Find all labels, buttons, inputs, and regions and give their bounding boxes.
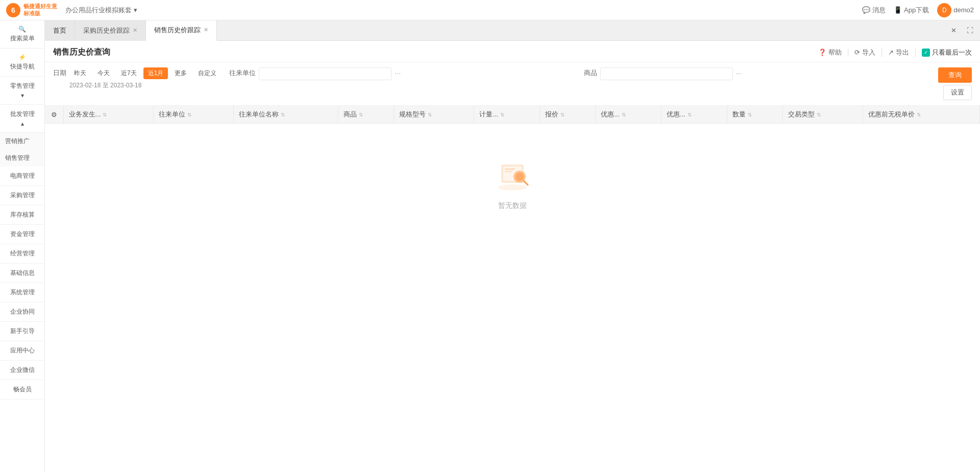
table-col-pre-tax[interactable]: 优惠前无税单价 ⇅ <box>863 106 979 124</box>
page-title: 销售历史价查询 <box>53 47 110 58</box>
logo-icon: 6 <box>6 3 20 17</box>
tab-purchase-history[interactable]: 采购历史价跟踪 ✕ <box>75 20 146 41</box>
filter-settings-button[interactable]: 设置 <box>943 85 972 100</box>
sidebar-item-purchase[interactable]: 采购管理 <box>0 186 44 205</box>
maximize-button[interactable]: ⛶ <box>964 25 976 37</box>
table-col-quote[interactable]: 报价 ⇅ <box>540 106 596 124</box>
import-button[interactable]: ⟳ 导入 <box>854 48 875 57</box>
sort-icon: ⇅ <box>281 112 285 117</box>
table-col-partner-name[interactable]: 往来单位名称 ⇅ <box>234 106 338 124</box>
phone-icon: 📱 <box>894 6 902 14</box>
sidebar-item-ecommerce[interactable]: 电商管理 <box>0 167 44 186</box>
table-col-qty[interactable]: 数量 ⇅ <box>727 106 783 124</box>
table-col-unit[interactable]: 计量... ⇅ <box>474 106 540 124</box>
sidebar-item-search-menu[interactable]: 🔍 搜索菜单 <box>0 20 44 49</box>
table-col-goods[interactable]: 商品 ⇅ <box>338 106 394 124</box>
table-col-spec[interactable]: 规格型号 ⇅ <box>394 106 474 124</box>
tab-close-sales[interactable]: ✕ <box>204 27 208 33</box>
query-button[interactable]: 查询 <box>938 67 972 83</box>
page-actions: ❓ 帮助 ⟳ 导入 ↗ 导出 ✓ <box>818 48 972 57</box>
partner-dots-button[interactable]: ... <box>395 67 401 76</box>
search-icon: 🔍 <box>18 26 26 33</box>
header-right: 💬 消息 📱 App下载 D demo2 <box>862 3 974 17</box>
filter-action-group: 查询 设置 <box>938 67 972 100</box>
tab-bar: 首页 采购历史价跟踪 ✕ 销售历史价跟踪 ✕ ✕ ⛶ <box>45 20 980 41</box>
sidebar-item-newuser[interactable]: 新手引导 <box>0 322 44 341</box>
sort-icon: ⇅ <box>103 112 107 117</box>
empty-illustration <box>492 154 533 195</box>
table-col-settings[interactable]: ⚙ <box>45 106 63 124</box>
sidebar-item-sales[interactable]: 销售管理 <box>0 150 44 167</box>
date-btn-yesterday[interactable]: 昨天 <box>69 67 91 79</box>
sidebar-item-marketing[interactable]: 营销推广 <box>0 133 44 150</box>
sidebar-item-retail[interactable]: 零售管理 ▾ <box>0 77 44 105</box>
logo-area: 6 畅捷通好生意 标准版 <box>6 3 57 17</box>
sidebar-item-finance[interactable]: 资金管理 <box>0 225 44 244</box>
sidebar-item-apps[interactable]: 应用中心 <box>0 341 44 361</box>
sidebar-item-vip[interactable]: 畅会员 <box>0 380 44 399</box>
filter-bar: 日期 昨天 今天 近7天 近1月 更多 自定义 2023-02-18 至 202… <box>45 62 980 106</box>
sort-icon: ⇅ <box>187 112 191 117</box>
message-button[interactable]: 💬 消息 <box>862 6 886 15</box>
tab-home[interactable]: 首页 <box>45 20 75 41</box>
sort-icon: ⇅ <box>748 112 752 117</box>
sort-icon: ⇅ <box>560 112 565 117</box>
partner-input[interactable] <box>259 67 391 80</box>
only-last-checkbox[interactable]: ✓ 只看最后一次 <box>922 48 972 57</box>
data-table: ⚙ 业务发生... ⇅ 往来单位 <box>45 106 980 124</box>
sidebar-item-enterprise[interactable]: 企业协同 <box>0 302 44 322</box>
chevron-down-icon: ▾ <box>134 6 137 14</box>
sort-icon: ⇅ <box>500 112 504 117</box>
help-icon: ❓ <box>818 49 826 56</box>
tab-sales-history[interactable]: 销售历史价跟踪 ✕ <box>146 20 217 41</box>
page-content: 销售历史价查询 ❓ 帮助 ⟳ 导入 ↗ 导出 <box>45 41 980 472</box>
date-btn-7days[interactable]: 近7天 <box>116 67 141 79</box>
company-dropdown[interactable]: 办公用品行业模拟账套 ▾ <box>61 6 141 15</box>
date-btn-today[interactable]: 今天 <box>93 67 114 79</box>
date-label: 日期 <box>53 67 66 78</box>
table-settings-icon[interactable]: ⚙ <box>51 111 57 119</box>
chevron-down-icon: ▾ <box>21 92 24 99</box>
header-left: 6 畅捷通好生意 标准版 办公用品行业模拟账套 ▾ <box>6 3 141 17</box>
divider <box>848 49 848 57</box>
table-col-partner-code[interactable]: 往来单位 ⇅ <box>154 106 234 124</box>
goods-dots-button[interactable]: ... <box>736 67 742 76</box>
empty-state: 暂无数据 <box>45 124 980 241</box>
sidebar-item-wholesale[interactable]: 批发管理 ▴ <box>0 105 44 133</box>
date-btn-1month[interactable]: 近1月 <box>143 67 168 79</box>
table-col-discount1[interactable]: 优惠... ⇅ <box>596 106 662 124</box>
user-menu[interactable]: D demo2 <box>937 3 974 17</box>
sort-icon: ⇅ <box>688 112 692 117</box>
chevron-up-icon: ▴ <box>21 120 24 127</box>
sidebar-item-wechat[interactable]: 企业微信 <box>0 361 44 380</box>
date-buttons: 昨天 今天 近7天 近1月 更多 自定义 <box>69 67 221 79</box>
sidebar-item-quick-nav[interactable]: ⚡ 快捷导航 <box>0 49 44 77</box>
logo-text: 畅捷通好生意 标准版 <box>23 3 57 16</box>
main-layout: 🔍 搜索菜单 ⚡ 快捷导航 零售管理 ▾ 批发管理 ▴ 营销推广 销售管理 电商… <box>0 20 980 472</box>
svg-rect-6 <box>505 169 515 170</box>
table-col-discount2[interactable]: 优惠... ⇅ <box>662 106 727 124</box>
import-icon: ⟳ <box>854 49 860 56</box>
sidebar-item-inventory[interactable]: 库存核算 <box>0 205 44 225</box>
app-download-button[interactable]: 📱 App下载 <box>894 6 929 15</box>
export-icon: ↗ <box>888 49 894 56</box>
goods-input[interactable] <box>600 67 733 80</box>
nav-icon: ⚡ <box>18 54 26 61</box>
date-filter-group: 日期 昨天 今天 近7天 近1月 更多 自定义 2023-02-18 至 202… <box>53 67 221 90</box>
sidebar-item-system[interactable]: 系统管理 <box>0 283 44 302</box>
tab-close-purchase[interactable]: ✕ <box>133 28 137 33</box>
table-col-trade-type[interactable]: 交易类型 ⇅ <box>783 106 863 124</box>
sidebar: 🔍 搜索菜单 ⚡ 快捷导航 零售管理 ▾ 批发管理 ▴ 营销推广 销售管理 电商… <box>0 20 45 472</box>
partner-label: 往来单位 <box>229 67 256 78</box>
sidebar-item-basic[interactable]: 基础信息 <box>0 264 44 283</box>
table-col-biz-date[interactable]: 业务发生... ⇅ <box>63 106 154 124</box>
export-button[interactable]: ↗ 导出 <box>888 48 909 57</box>
sidebar-item-operation[interactable]: 经营管理 <box>0 244 44 264</box>
help-button[interactable]: ❓ 帮助 <box>818 48 842 57</box>
date-btn-more[interactable]: 更多 <box>170 67 191 79</box>
sort-icon: ⇅ <box>622 112 626 117</box>
date-btn-custom[interactable]: 自定义 <box>193 67 221 79</box>
close-all-tabs-button[interactable]: ✕ <box>947 25 960 37</box>
svg-line-5 <box>524 181 528 185</box>
content-area: 首页 采购历史价跟踪 ✕ 销售历史价跟踪 ✕ ✕ ⛶ 销售历史价查询 <box>45 20 980 472</box>
